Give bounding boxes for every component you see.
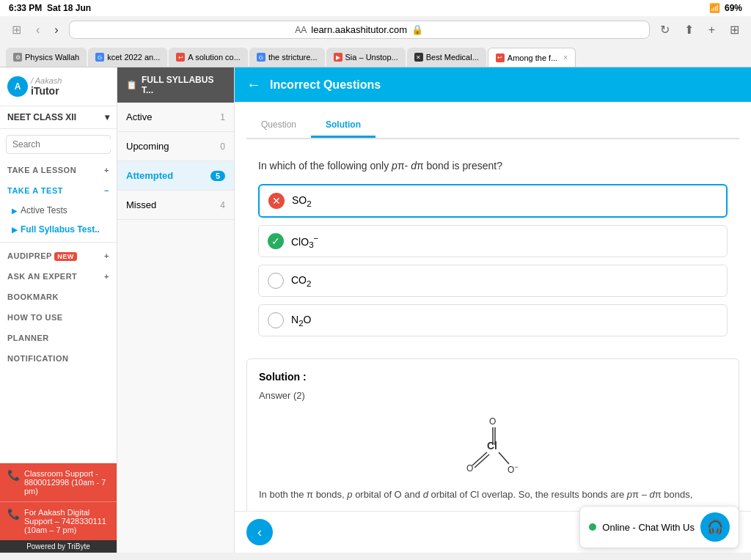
test-title: 📋 FULL SYLLABUS T... [117, 67, 234, 103]
address-bar[interactable]: AA learn.aakashitutor.com 🔒 [69, 21, 650, 39]
sidebar: A / Aakash iTutor NEET CLASS XII ▾ 🔍 TAK… [0, 67, 117, 553]
online-indicator [589, 523, 596, 531]
aa-text: AA [295, 25, 307, 35]
svg-text:O: O [489, 416, 496, 427]
svg-text:O: O [466, 463, 473, 474]
tab-solution[interactable]: ↩ A solution co... [169, 48, 248, 67]
content-header: ← Incorrect Questions [235, 67, 751, 102]
status-bar: 6:33 PM Sat 18 Jun 📶 69% [0, 0, 751, 16]
tab-solution[interactable]: Solution [311, 114, 376, 138]
solution-answer: Answer (2) [259, 388, 727, 404]
molecule-diagram: Cl O O O− [259, 413, 727, 479]
forward-button[interactable]: › [50, 22, 62, 38]
digital-support[interactable]: 📞 For Aakash Digital Support – 742833011… [0, 501, 117, 540]
sidebar-notification[interactable]: NOTIFICATION [0, 348, 117, 369]
middle-item-active[interactable]: Active 1 [117, 103, 234, 132]
app-container: A / Aakash iTutor NEET CLASS XII ▾ 🔍 TAK… [0, 67, 751, 553]
middle-item-missed[interactable]: Missed 4 [117, 191, 234, 220]
content-panel: ← Incorrect Questions Question Solution … [235, 67, 751, 553]
plus-icon-3: + [104, 272, 109, 281]
back-button[interactable]: ‹ [32, 22, 44, 38]
chevron-down-icon: ▾ [105, 112, 109, 122]
tab-stricture[interactable]: G the stricture... [249, 48, 325, 67]
sidebar-audiprep[interactable]: AUDIPREP NEW + [0, 246, 117, 266]
option-2[interactable]: ✓ ClO3− [258, 225, 728, 257]
question-tabs: Question Solution [246, 114, 739, 139]
new-tab-button[interactable]: + [704, 22, 719, 38]
solution-title: Solution : [259, 371, 727, 383]
battery-icon: 69% [725, 3, 742, 13]
chat-label: Online - Chat With Us [602, 522, 695, 533]
prev-button[interactable]: ‹ [246, 519, 273, 545]
sidebar-section-take-a-test[interactable]: TAKE A TEST − [0, 180, 117, 201]
tab-sia[interactable]: ▶ Sia – Unstop... [326, 48, 406, 67]
correct-icon: ✓ [268, 233, 284, 249]
browser-chrome: ⊞ ‹ › AA learn.aakashitutor.com 🔒 ↻ ⬆ + … [0, 16, 751, 67]
option-4-text: N2O [291, 314, 312, 328]
logo-slash: / Aakash [31, 76, 62, 85]
wifi-icon: 📶 [709, 3, 720, 13]
sidebar-toggle[interactable]: ⊞ [7, 21, 26, 38]
clo3-molecule: Cl O O O− [456, 413, 530, 479]
sidebar-item-active-tests[interactable]: ▶ Active Tests [0, 201, 117, 220]
divider-1 [0, 242, 117, 243]
solution-box: Solution : Answer (2) Cl O O [246, 358, 739, 511]
sidebar-how-to-use[interactable]: HOW TO USE [0, 307, 117, 328]
option-1-text: SO2 [292, 194, 312, 208]
logo-area: A / Aakash iTutor [0, 67, 117, 106]
search-box: 🔍 [6, 135, 111, 154]
option-1[interactable]: ✕ SO2 [258, 184, 728, 218]
logo-icon: A [7, 76, 28, 97]
option-2-text: ClO3− [291, 233, 318, 249]
chat-button[interactable]: 🎧 [700, 512, 730, 542]
question-text: In which of the following only pπ- dπ bo… [246, 148, 739, 184]
browser-tabs: ⚙ Physics Wallah G kcet 2022 an... ↩ A s… [0, 43, 751, 67]
search-input[interactable] [12, 139, 117, 150]
chat-widget[interactable]: Online - Chat With Us 🎧 [579, 506, 739, 548]
class-selector[interactable]: NEET CLASS XII ▾ [0, 106, 117, 129]
class-label: NEET CLASS XII [7, 112, 76, 122]
tabs-button[interactable]: ⊞ [725, 21, 744, 38]
middle-panel: 📋 FULL SYLLABUS T... Active 1 Upcoming 0… [117, 67, 235, 553]
unsel-icon-3 [268, 273, 284, 289]
tab-question[interactable]: Question [246, 114, 311, 138]
options-area: ✕ SO2 ✓ ClO3− CO2 N2O [246, 184, 739, 355]
content-body: Question Solution In which of the follow… [235, 102, 751, 511]
browser-toolbar: ⊞ ‹ › AA learn.aakashitutor.com 🔒 ↻ ⬆ + … [0, 16, 751, 43]
svg-text:O−: O− [508, 463, 519, 475]
svg-line-7 [499, 452, 509, 464]
tab-best-medical[interactable]: ✕ Best Medical... [407, 48, 486, 67]
reload-button[interactable]: ↻ [656, 21, 674, 38]
lock-icon: 🔒 [411, 24, 423, 35]
option-3-text: CO2 [291, 274, 311, 288]
arrow-icon-2: ▶ [12, 226, 18, 234]
sidebar-item-full-syllabus[interactable]: ▶ Full Syllabus Test.. [0, 220, 117, 239]
unsel-icon-4 [268, 312, 284, 328]
arrow-icon: ▶ [12, 207, 18, 215]
plus-icon: + [104, 166, 109, 174]
sidebar-ask-expert[interactable]: ASK AN EXPERT + [0, 266, 117, 287]
wrong-icon: ✕ [268, 193, 285, 209]
phone-icon-1: 📞 [7, 469, 20, 481]
logo-text: iTutor [31, 85, 62, 97]
header-title: Incorrect Questions [270, 78, 381, 92]
classroom-support[interactable]: 📞 Classroom Support - 8800012998 (10am -… [0, 463, 117, 501]
sidebar-planner[interactable]: PLANNER [0, 328, 117, 348]
back-button-content[interactable]: ← [246, 76, 261, 93]
tribyte-badge: Powered by TriByte [0, 540, 117, 553]
option-4[interactable]: N2O [258, 304, 728, 336]
sidebar-bookmark[interactable]: BOOKMARK [0, 287, 117, 307]
test-icon: 📋 [126, 80, 137, 90]
tab-kcet[interactable]: G kcet 2022 an... [88, 48, 167, 67]
option-3[interactable]: CO2 [258, 265, 728, 297]
middle-item-upcoming[interactable]: Upcoming 0 [117, 132, 234, 161]
status-time: 6:33 PM Sat 18 Jun [9, 3, 91, 13]
plus-icon-2: + [104, 251, 109, 260]
tab-physics-wallah[interactable]: ⚙ Physics Wallah [6, 48, 87, 67]
tab-among[interactable]: ↩ Among the f... × [488, 48, 576, 67]
phone-icon-2: 📞 [7, 508, 20, 520]
share-button[interactable]: ⬆ [680, 21, 698, 38]
sidebar-section-take-a-lesson[interactable]: TAKE A LESSON + [0, 160, 117, 180]
middle-item-attempted[interactable]: Attempted 5 [117, 161, 234, 191]
minus-icon: − [104, 186, 109, 195]
